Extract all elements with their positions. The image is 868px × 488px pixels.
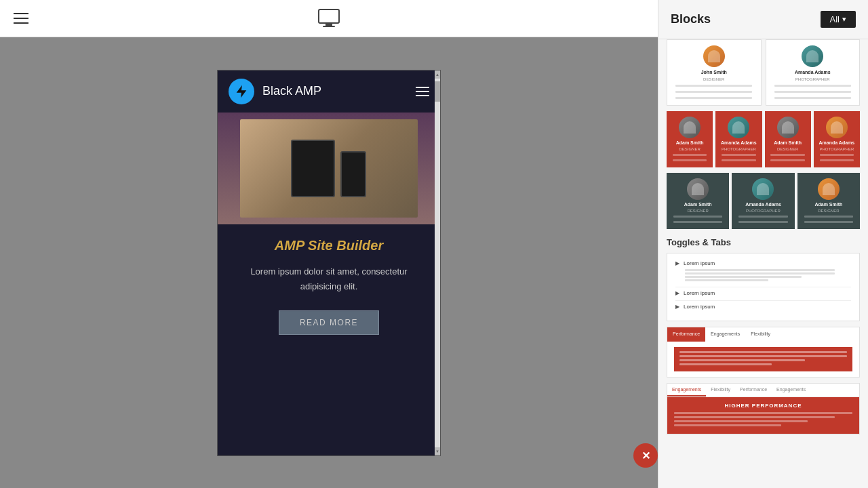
tab-flexibility[interactable]: Flexibility	[745, 327, 776, 342]
toggle-arrow-3: ▶	[675, 304, 679, 310]
tab-engagements[interactable]: Engagements	[705, 327, 745, 342]
card-text-line	[675, 85, 752, 87]
team-card-red-1[interactable]: Adam Smith DESIGNER	[667, 111, 713, 167]
phone-app-title: Black AMP	[262, 84, 408, 98]
toggle-arrow-1: ▶	[675, 260, 679, 266]
team-card-amanda[interactable]: Amanda Adams PHOTOGRAPHER	[766, 39, 861, 106]
sidebar-title: Blocks	[671, 12, 711, 26]
team-block-4col-red[interactable]: Adam Smith DESIGNER Amanda Adams PHOTOGR…	[667, 111, 860, 167]
tab-performance[interactable]: Performance	[667, 327, 705, 342]
phone-logo	[229, 79, 254, 104]
tabs-higher-performance: HIGHER PERFORMANCE	[674, 403, 852, 409]
tab2-performance[interactable]: Performance	[735, 384, 772, 396]
tabs-body-2: HIGHER PERFORMANCE	[667, 397, 859, 434]
card-role-dark-2: PHOTOGRAPHER	[746, 209, 781, 213]
team-block-2col[interactable]: John Smith DESIGNER Amanda Adams PHOTOGR…	[667, 39, 860, 106]
toggle-item-1[interactable]: ▶ Lorem ipsum	[675, 260, 851, 283]
team-card-dark-2[interactable]: Amanda Adams PHOTOGRAPHER	[732, 173, 794, 229]
tabs-header-2: Engagements Flexibility Performance Enga…	[667, 384, 859, 397]
toggle-title-1: Lorem ipsum	[684, 260, 715, 266]
svg-rect-2	[323, 26, 335, 27]
card-role-dark-1: DESIGNER	[687, 209, 708, 213]
card-muted-line-6	[804, 221, 853, 223]
phone-preview: ▲ ▼ Black AMP	[217, 70, 441, 456]
tab2-flexibility[interactable]: Flexibility	[706, 384, 735, 396]
card-role-red-4: PHOTOGRAPHER	[819, 147, 854, 151]
card-name-john: John Smith	[701, 70, 727, 75]
avatar-john	[703, 45, 725, 67]
avatar-dark-1	[687, 178, 709, 200]
toggle-line	[685, 276, 802, 278]
avatar-dark-3	[818, 178, 840, 200]
card-role-john: DESIGNER	[703, 77, 724, 81]
phone-section-heading: AMP Site Builder	[275, 238, 383, 253]
team-card-red-2[interactable]: Amanda Adams PHOTOGRAPHER	[715, 111, 762, 167]
card-line-3	[722, 154, 756, 156]
toggle-item-2[interactable]: ▶ Lorem ipsum	[675, 290, 851, 296]
card-line-1	[673, 154, 707, 156]
card-muted-line-3	[738, 216, 787, 218]
read-more-button[interactable]: READ MORE	[279, 310, 379, 335]
team-block-3col-dark[interactable]: Adam Smith DESIGNER Amanda Adams PHOTOGR…	[667, 173, 860, 229]
toggle-arrow-2: ▶	[675, 290, 679, 296]
card-muted-line-5	[804, 216, 853, 218]
phone-content-area: AMP Site Builder Lorem ipsum dolor sit a…	[218, 224, 440, 455]
card-name-amanda: Amanda Adams	[795, 70, 831, 75]
card-name-red-1: Adam Smith	[676, 140, 704, 145]
tab2-engagements[interactable]: Engagements	[667, 384, 706, 396]
card-line-7	[820, 154, 854, 156]
avatar-red-1	[679, 117, 701, 138]
card-line-2	[673, 159, 707, 161]
team-card-john[interactable]: John Smith DESIGNER	[667, 39, 762, 106]
phone-body-text: Lorem ipsum dolor sit amet, consectetur …	[231, 264, 427, 294]
tabs2-line	[674, 420, 808, 422]
tabs2-line	[674, 416, 835, 418]
card-text-line	[774, 97, 851, 99]
phone-hero-image	[218, 113, 440, 224]
hamburger-menu-icon[interactable]	[14, 13, 28, 24]
all-filter-button[interactable]: All	[821, 11, 856, 28]
card-name-red-2: Amanda Adams	[721, 140, 757, 145]
toggles-block[interactable]: ▶ Lorem ipsum ▶ Lorem ipsum	[667, 253, 860, 321]
desktop-preview-button[interactable]	[318, 9, 340, 28]
team-card-red-3[interactable]: Adam Smith DESIGNER	[765, 111, 811, 167]
team-card-dark-3[interactable]: Adam Smith DESIGNER	[797, 173, 860, 229]
avatar-red-3	[777, 117, 799, 138]
card-name-dark-2: Amanda Adams	[745, 202, 781, 207]
card-line-5	[770, 154, 805, 156]
tab-content-line	[679, 355, 847, 357]
team-card-red-4[interactable]: Amanda Adams PHOTOGRAPHER	[814, 111, 860, 167]
card-line-6	[770, 159, 805, 161]
canvas-area: ▲ ▼ Black AMP	[0, 37, 658, 488]
card-role-red-1: DESIGNER	[679, 147, 700, 151]
card-line-4	[722, 159, 756, 161]
phone-menu-icon[interactable]	[416, 87, 429, 96]
sidebar-close-button[interactable]: ✕	[633, 443, 658, 468]
card-name-dark-3: Adam Smith	[814, 202, 842, 207]
avatar-red-2	[728, 117, 749, 138]
tabs-content-1	[674, 347, 852, 371]
avatar-dark-2	[752, 178, 774, 200]
tab2-engagements-2[interactable]: Engagements	[772, 384, 810, 396]
toggle-line	[685, 269, 835, 271]
card-role-red-2: PHOTOGRAPHER	[722, 147, 756, 151]
card-text-line	[774, 85, 851, 87]
card-muted-line-4	[738, 221, 787, 223]
toggles-tabs-section-label: Toggles & Tabs	[667, 237, 860, 247]
top-bar	[0, 0, 658, 37]
svg-rect-0	[319, 9, 339, 23]
team-card-dark-1[interactable]: Adam Smith DESIGNER	[667, 173, 729, 229]
card-line-8	[820, 159, 854, 161]
tabs-block-2[interactable]: Engagements Flexibility Performance Enga…	[667, 383, 860, 434]
card-role-dark-3: DESIGNER	[818, 209, 839, 213]
sidebar-blocks-list: John Smith DESIGNER Amanda Adams PHOTOGR…	[658, 39, 868, 488]
card-name-red-3: Adam Smith	[774, 140, 802, 145]
card-name-dark-1: Adam Smith	[684, 202, 712, 207]
tab-content-line	[679, 351, 847, 353]
avatar-red-4	[826, 117, 848, 138]
svg-rect-1	[326, 24, 332, 26]
tabs-block-1[interactable]: Performance Engagements Flexibility	[667, 327, 860, 378]
toggle-item-3[interactable]: ▶ Lorem ipsum	[675, 304, 851, 310]
toggle-line	[685, 279, 768, 281]
tab-content-line	[679, 363, 772, 365]
